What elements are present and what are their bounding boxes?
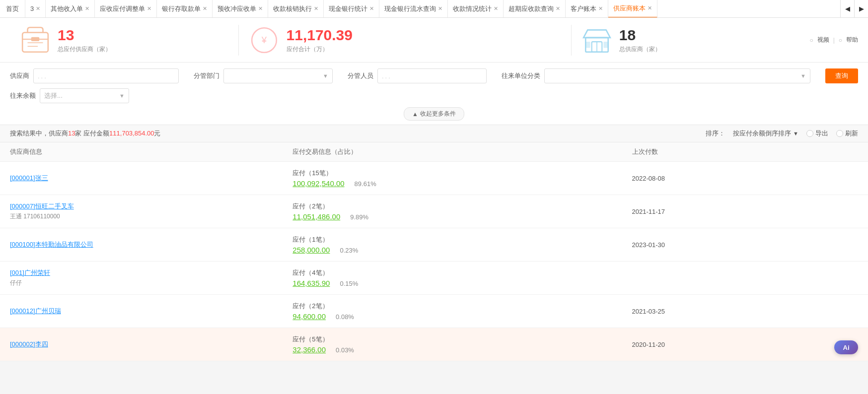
trans-label-2: 应付（2笔） [292, 202, 632, 211]
trans-label-5: 应付（2笔） [292, 302, 632, 311]
trans-percent-5: 0.08% [336, 313, 354, 321]
trans-amount-3[interactable]: 258,000.00 [292, 246, 330, 254]
trans-amount-4[interactable]: 164,635.90 [292, 279, 330, 287]
close-icon[interactable]: ✕ [203, 5, 207, 12]
nav-tab-3[interactable]: 3 ✕ [25, 0, 46, 18]
ai-button[interactable]: Ai [834, 340, 858, 354]
supplier-link-2[interactable]: [000007]恒旺二手叉车 [10, 202, 292, 211]
result-bar: 搜索结果中，供应商13家 应付金额111,703,854.00元 排序： 按应付… [0, 125, 868, 142]
filter-item-category: 往来单位分类 ▼ [502, 68, 810, 83]
nav-next-arrow[interactable]: ▶ [854, 0, 868, 18]
nav-tab-overdue[interactable]: 超期应收款查询 ✕ [504, 0, 566, 18]
top-nav: 首页 3 ✕ 其他收入单 ✕ 应收应付调整单 ✕ 银行存取款单 ✕ 预收冲应收单… [0, 0, 868, 18]
refresh-label: 刷新 [845, 129, 858, 138]
supplier-link-4[interactable]: [001]广州荣轩 [10, 268, 292, 277]
trans-label-4: 应付（4笔） [292, 268, 632, 277]
top-right-links: ○ 视频 | ○ 帮助 [799, 36, 858, 44]
table-header: 供应商信息 应付交易信息（占比） 上次付数 [0, 142, 868, 162]
table-body: [000001]张三 应付（15笔） 100,092,540.00 89.61%… [0, 162, 868, 361]
nav-tab-prepay[interactable]: 预收冲应收单 ✕ [213, 0, 268, 18]
nav-tab-cash-flow[interactable]: 现金银行流水查询 ✕ [379, 0, 448, 18]
supplier-link-3[interactable]: [000100]本特勤油品有限公司 [10, 240, 292, 249]
stat-label-total: 应付合计（万） [287, 45, 353, 54]
help-link[interactable]: 帮助 [846, 36, 858, 44]
person-input[interactable]: ... [377, 68, 487, 83]
close-icon[interactable]: ✕ [147, 5, 151, 12]
nav-prev-arrow[interactable]: ◀ [840, 0, 854, 18]
collapse-button[interactable]: ▲ 收起更多条件 [404, 107, 464, 121]
stat-icon-store [581, 25, 612, 56]
chevron-down-icon-3: ▼ [119, 93, 125, 99]
result-amount: 111,703,854.00 [109, 130, 154, 137]
close-icon[interactable]: ✕ [36, 5, 40, 12]
nav-tab-bank[interactable]: 银行存取款单 ✕ [157, 0, 213, 18]
col-supplier-1: [000001]张三 [10, 169, 292, 188]
result-actions: 排序： 按应付余额倒序排序 ▼ 导出 刷新 [706, 129, 858, 138]
category-select[interactable]: ▼ [544, 68, 810, 83]
table-row: [001]广州荣轩 仔仔 应付（4笔） 164,635.90 0.15% [0, 262, 868, 295]
trans-label-3: 应付（1笔） [292, 235, 632, 244]
supplier-link-6[interactable]: [000002]李四 [10, 340, 292, 349]
nav-tab-other-income[interactable]: 其他收入单 ✕ [46, 0, 95, 18]
export-button[interactable]: 导出 [806, 129, 828, 138]
dept-select[interactable]: ▼ [223, 68, 333, 83]
svg-rect-2 [31, 37, 40, 41]
col-supplier-6: [000002]李四 [10, 335, 292, 354]
col-last-payment-6: 2020-11-20 [632, 335, 858, 354]
close-icon[interactable]: ✕ [369, 5, 374, 12]
close-icon[interactable]: ✕ [258, 5, 263, 12]
trans-amount-2[interactable]: 11,051,486.00 [292, 212, 340, 221]
close-icon[interactable]: ✕ [598, 5, 603, 12]
nav-tab-customer-book[interactable]: 客户账本 ✕ [566, 0, 608, 18]
stat-info-payable-total: 11,170.39 应付合计（万） [287, 27, 353, 54]
nav-tab-cash-stats[interactable]: 现金银行统计 ✕ [324, 0, 379, 18]
query-button[interactable]: 查询 [825, 68, 858, 83]
close-icon[interactable]: ✕ [556, 5, 560, 12]
supplier-contact-4: 仔仔 [10, 279, 292, 287]
col-supplier-5: [000012]广州贝瑞 [10, 302, 292, 321]
export-label: 导出 [815, 129, 828, 138]
nav-tab-ar-adjust[interactable]: 应收应付调整单 ✕ [95, 0, 157, 18]
filter-item-person: 分管人员 ... [348, 68, 487, 83]
stat-icon-supplier [20, 25, 51, 56]
person-label: 分管人员 [348, 71, 373, 80]
col-last-payment-2: 2021-11-17 [632, 202, 858, 221]
divider: | [833, 37, 835, 44]
close-icon[interactable]: ✕ [494, 5, 498, 12]
balance-select[interactable]: 选择... ▼ [40, 88, 129, 103]
supplier-link-1[interactable]: [000001]张三 [10, 174, 292, 183]
trans-amount-5[interactable]: 94,600.00 [292, 312, 326, 321]
trans-amount-6[interactable]: 32,366.00 [292, 345, 326, 354]
trans-row-3: 258,000.00 0.23% [292, 246, 632, 254]
filter-row-2: 往来余额 选择... ▼ [10, 88, 858, 103]
result-info: 搜索结果中，供应商13家 应付金额111,703,854.00元 [10, 129, 160, 138]
refresh-button[interactable]: 刷新 [836, 129, 858, 138]
close-icon[interactable]: ✕ [438, 5, 442, 12]
close-icon[interactable]: ✕ [648, 5, 652, 11]
table-row: [000012]广州贝瑞 应付（2笔） 94,600.00 0.08% 2021… [0, 295, 868, 328]
sort-select[interactable]: 按应付余额倒序排序 ▼ [733, 129, 798, 138]
nav-tab-collection-stats[interactable]: 收款情况统计 ✕ [448, 0, 504, 18]
close-icon[interactable]: ✕ [314, 5, 318, 12]
supplier-input[interactable]: ... [33, 68, 179, 83]
chevron-down-icon: ▼ [323, 73, 328, 79]
trans-row-2: 11,051,486.00 9.89% [292, 212, 632, 221]
video-link[interactable]: 视频 [817, 36, 829, 44]
col-header-transaction: 应付交易信息（占比） [292, 147, 632, 156]
table-row: [000007]恒旺二手叉车 王通 17106110000 应付（2笔） 11,… [0, 195, 868, 228]
ai-label: Ai [843, 344, 850, 351]
trans-amount-1[interactable]: 100,092,540.00 [292, 179, 344, 188]
trans-row-5: 94,600.00 0.08% [292, 312, 632, 321]
col-transaction-3: 应付（1笔） 258,000.00 0.23% [292, 235, 632, 254]
table-row: [000001]张三 应付（15笔） 100,092,540.00 89.61%… [0, 162, 868, 195]
nav-tab-collection[interactable]: 收款核销执行 ✕ [268, 0, 324, 18]
nav-tab-home[interactable]: 首页 [0, 0, 25, 18]
col-supplier-2: [000007]恒旺二手叉车 王通 17106110000 [10, 202, 292, 221]
sort-value: 按应付余额倒序排序 [733, 129, 791, 138]
nav-tab-supplier-book[interactable]: 供应商账本 ✕ [608, 0, 657, 18]
supplier-link-5[interactable]: [000012]广州贝瑞 [10, 307, 292, 316]
close-icon[interactable]: ✕ [85, 5, 89, 12]
col-transaction-4: 应付（4笔） 164,635.90 0.15% [292, 268, 632, 287]
table-row-highlighted: [000002]李四 应付（5笔） 32,366.00 0.03% 2020-1… [0, 328, 868, 361]
filter-row-1: 供应商 ... 分管部门 ▼ 分管人员 ... 往来单位分类 ▼ 查询 [10, 68, 858, 83]
